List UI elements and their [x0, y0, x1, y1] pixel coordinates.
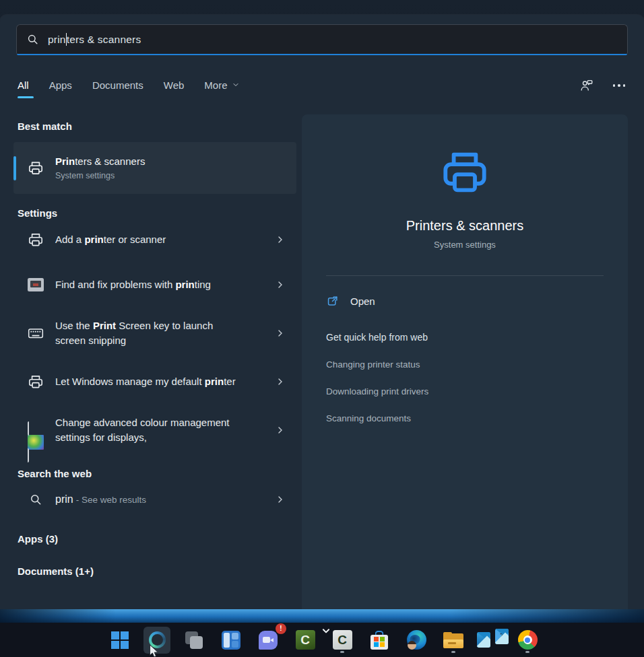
chevron-down-icon	[321, 626, 331, 635]
microsoft-store-button[interactable]	[366, 627, 393, 654]
store-icon	[371, 631, 388, 650]
display-colour-icon	[28, 423, 44, 438]
result-label: Use the Print Screen key to launch scree…	[55, 318, 243, 348]
desktop-wallpaper	[0, 609, 644, 623]
quick-help-header: Get quick help from web	[326, 332, 604, 343]
printer-icon	[27, 373, 44, 390]
best-match-header: Best match	[13, 120, 296, 132]
result-label: Find and fix problems with printing	[55, 277, 243, 292]
printer-troubleshoot-icon	[28, 278, 44, 291]
result-colour-management[interactable]: Change advanced colour management settin…	[13, 406, 296, 454]
running-indicator	[451, 651, 455, 653]
result-label: Let Windows manage my default printer	[55, 374, 243, 389]
printer-icon	[27, 231, 44, 248]
help-link-print-drivers[interactable]: Downloading print drivers	[326, 386, 604, 396]
chevron-right-icon	[275, 279, 286, 290]
chevron-right-icon	[275, 234, 286, 245]
result-web-search[interactable]: prin - See web results	[13, 483, 296, 516]
mail-icon	[477, 632, 490, 648]
feedback-account-icon[interactable]	[579, 78, 594, 93]
recorder-icon: C	[333, 630, 352, 650]
best-match-subtitle: System settings	[55, 170, 145, 182]
search-flyout-panel: printers & scanners All Apps Documents W…	[0, 15, 644, 609]
preview-subtitle: System settings	[434, 240, 496, 250]
chevron-right-icon	[275, 425, 286, 436]
search-input[interactable]: printers & scanners	[16, 24, 628, 54]
result-label: Add a printer or scanner	[55, 232, 243, 247]
tab-all[interactable]: All	[18, 79, 29, 92]
search-query-text: printers & scanners	[48, 33, 141, 46]
open-label: Open	[350, 296, 375, 307]
result-fix-printing[interactable]: Find and fix problems with printing	[13, 261, 296, 309]
result-label: Change advanced colour management settin…	[55, 415, 243, 445]
tab-web[interactable]: Web	[164, 79, 185, 92]
tab-apps[interactable]: Apps	[49, 79, 72, 92]
help-link-printer-status[interactable]: Changing printer status	[326, 359, 604, 370]
start-button[interactable]	[106, 627, 133, 654]
tab-more[interactable]: More	[204, 79, 239, 92]
file-explorer-icon	[443, 632, 463, 648]
edge-icon	[407, 630, 426, 650]
task-view-icon	[185, 631, 203, 650]
windows-logo-icon	[111, 631, 129, 649]
file-explorer-button[interactable]	[440, 627, 467, 654]
search-results-list: Best match Printers & scanners System se…	[13, 114, 296, 609]
preview-pane: Printers & scanners System settings Open…	[302, 114, 628, 609]
search-web-header: Search the web	[13, 468, 296, 479]
result-default-printer[interactable]: Let Windows manage my default printer	[13, 357, 296, 406]
running-indicator	[340, 651, 344, 653]
open-action[interactable]: Open	[326, 295, 604, 308]
chat-icon	[259, 631, 278, 650]
chat-app-button[interactable]: !	[255, 627, 282, 654]
taskbar: ! C C 7	[0, 623, 644, 657]
printer-icon	[435, 144, 494, 199]
camtasia-icon: C	[296, 630, 315, 650]
help-link-scanning[interactable]: Scanning documents	[326, 413, 604, 423]
preview-title: Printers & scanners	[406, 218, 524, 234]
camtasia-button[interactable]: C	[292, 627, 319, 654]
apps-group-header[interactable]: Apps (3)	[13, 533, 296, 545]
edge-button[interactable]	[403, 627, 430, 654]
printer-icon	[27, 159, 44, 177]
search-filter-tabs: All Apps Documents Web More	[18, 73, 626, 98]
taskbar-search-button[interactable]	[143, 627, 170, 654]
chevron-right-icon	[275, 494, 286, 505]
chevron-right-icon	[275, 328, 286, 339]
web-query-text: prin	[55, 493, 73, 506]
open-external-icon	[326, 295, 339, 308]
mail-badge: 7	[495, 629, 509, 644]
best-match-result[interactable]: Printers & scanners System settings	[13, 142, 296, 194]
settings-header: Settings	[13, 207, 296, 219]
camtasia-recorder-button[interactable]: C	[329, 627, 356, 654]
best-match-title: Printers & scanners	[55, 155, 145, 167]
selection-accent-bar	[13, 156, 16, 180]
web-results-hint: - See web results	[76, 495, 146, 505]
task-view-button[interactable]	[181, 627, 207, 654]
widgets-button[interactable]	[218, 627, 245, 654]
more-options-icon[interactable]	[612, 81, 627, 90]
widgets-icon	[222, 631, 240, 650]
documents-group-header[interactable]: Documents (1+)	[13, 565, 296, 577]
search-icon	[29, 493, 42, 506]
mail-button[interactable]: 7	[477, 627, 504, 654]
chrome-button[interactable]	[514, 627, 541, 654]
chevron-down-icon	[232, 81, 240, 89]
notification-badge: !	[276, 623, 286, 634]
keyboard-icon	[27, 324, 44, 342]
mouse-cursor-icon	[149, 645, 159, 657]
result-print-screen[interactable]: Use the Print Screen key to launch scree…	[13, 309, 296, 357]
profile-avatar	[408, 641, 416, 650]
running-indicator	[525, 651, 529, 653]
result-add-printer[interactable]: Add a printer or scanner	[13, 219, 296, 261]
search-icon	[26, 33, 39, 46]
tab-documents[interactable]: Documents	[92, 79, 143, 92]
chrome-icon	[518, 630, 538, 650]
chevron-right-icon	[275, 376, 286, 387]
